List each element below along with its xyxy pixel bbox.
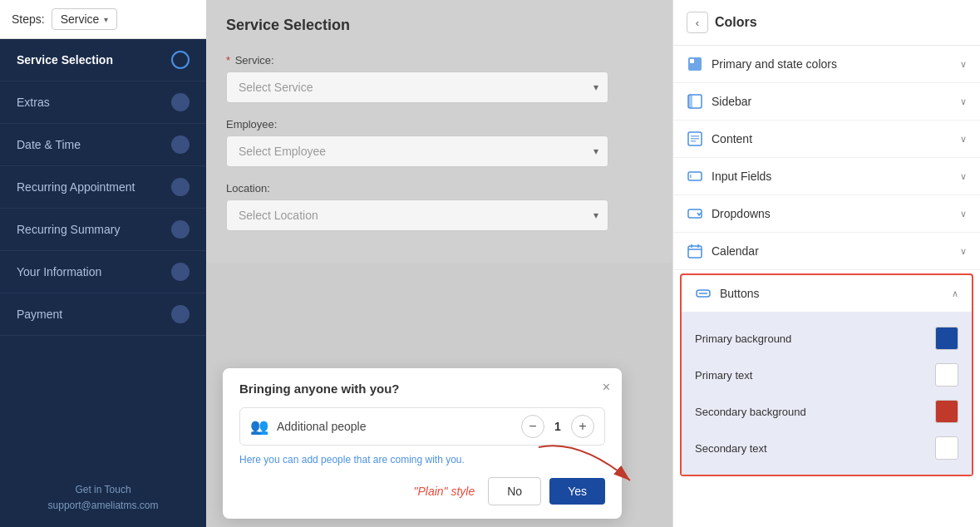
color-section-content: Content ∨ xyxy=(673,121,980,158)
main-content-wrapper: Service Selection * Service: Select Serv… xyxy=(206,0,672,527)
secondary-text-swatch[interactable] xyxy=(935,436,958,460)
buttons-section-chevron: ∧ xyxy=(952,288,958,299)
location-select[interactable]: Select Location xyxy=(226,199,608,231)
people-icon: 👥 xyxy=(250,417,268,436)
color-section-input-header[interactable]: Input Fields ∨ xyxy=(673,158,980,195)
sidebar-nav: Service Selection Extras Date & Time Rec… xyxy=(0,39,206,469)
people-row: 👥 Additional people − 1 + xyxy=(239,407,605,446)
sidebar-item-payment[interactable]: Payment xyxy=(0,293,206,336)
sidebar-item-label: Payment xyxy=(17,308,62,321)
svg-rect-4 xyxy=(688,95,692,108)
content-section-chevron: ∨ xyxy=(960,134,967,145)
color-section-calendar: Calendar ∨ xyxy=(673,233,980,270)
employee-label: Employee: xyxy=(226,118,653,131)
counter-value: 1 xyxy=(551,420,564,433)
svg-rect-8 xyxy=(691,140,696,142)
secondary-bg-label: Secondary background xyxy=(695,406,806,418)
content-section-icon xyxy=(687,131,703,147)
increment-button[interactable]: + xyxy=(571,415,594,438)
yes-button[interactable]: Yes xyxy=(549,478,605,505)
step-indicator-recurring xyxy=(171,178,190,196)
service-form-group: * Service: Select Service ▾ xyxy=(226,54,653,103)
color-section-dropdowns: Dropdowns ∨ xyxy=(673,195,980,233)
service-select[interactable]: Select Service xyxy=(226,71,608,103)
buttons-expanded-content: Primary background Primary text Secondar… xyxy=(682,312,972,475)
primary-bg-swatch[interactable] xyxy=(935,327,958,350)
color-section-calendar-header[interactable]: Calendar ∨ xyxy=(673,233,980,269)
color-section-input-fields: Input Fields ∨ xyxy=(673,158,980,195)
sidebar-item-label: Extras xyxy=(17,96,50,109)
content-area: Service Selection * Service: Select Serv… xyxy=(206,0,672,527)
primary-text-swatch[interactable] xyxy=(935,363,958,387)
steps-label: Steps: xyxy=(12,12,45,26)
service-panel-title: Service Selection xyxy=(226,17,653,34)
input-section-icon xyxy=(687,168,703,185)
color-row-primary-bg: Primary background xyxy=(695,320,958,357)
color-section-content-header[interactable]: Content ∨ xyxy=(673,121,980,157)
color-section-sidebar-header[interactable]: Sidebar ∨ xyxy=(673,83,980,120)
service-required: * xyxy=(226,54,230,66)
sidebar-item-date-time[interactable]: Date & Time xyxy=(0,124,206,166)
svg-rect-2 xyxy=(690,59,694,63)
sidebar-item-your-information[interactable]: Your Information xyxy=(0,251,206,293)
sidebar-item-extras[interactable]: Extras xyxy=(0,81,206,124)
sidebar-item-label: Your Information xyxy=(17,265,101,278)
sidebar-item-label: Date & Time xyxy=(17,138,81,151)
svg-rect-12 xyxy=(688,246,702,258)
back-button[interactable]: ‹ xyxy=(687,12,708,33)
colors-panel: ‹ Colors Primary and state colors ∨ Side… xyxy=(672,0,980,527)
service-label-text: Service: xyxy=(235,54,274,66)
footer-line2: support@ameliatms.com xyxy=(17,498,190,514)
step-indicator-extras xyxy=(171,93,190,111)
color-row-primary-text: Primary text xyxy=(695,357,958,393)
sidebar-item-service-selection[interactable]: Service Selection xyxy=(0,39,206,81)
employee-form-group: Employee: Select Employee ▾ xyxy=(226,118,653,167)
popup-area: Bringing anyone with you? × 👥 Additional… xyxy=(214,368,672,527)
primary-section-chevron: ∨ xyxy=(960,59,967,70)
service-select-wrapper: Select Service ▾ xyxy=(226,71,608,103)
steps-dropdown[interactable]: Service ▾ xyxy=(52,8,118,30)
color-section-buttons: Buttons ∧ Primary background Primary tex… xyxy=(680,273,973,476)
color-row-secondary-bg: Secondary background xyxy=(695,393,958,430)
buttons-section-icon xyxy=(695,285,712,302)
primary-section-icon xyxy=(687,56,703,72)
primary-section-label: Primary and state colors xyxy=(712,57,837,71)
popup-close-button[interactable]: × xyxy=(603,380,610,395)
step-indicator-date-time xyxy=(171,135,190,154)
popup-title: Bringing anyone with you? xyxy=(239,382,605,396)
sidebar-footer: Get in Touch support@ameliatms.com xyxy=(0,469,206,527)
secondary-bg-swatch[interactable] xyxy=(935,400,958,423)
no-button[interactable]: No xyxy=(488,477,541,505)
decrement-button[interactable]: − xyxy=(521,415,544,438)
left-sidebar: Steps: Service ▾ Service Selection Extra… xyxy=(0,0,206,527)
sidebar-item-recurring-appointment[interactable]: Recurring Appointment xyxy=(0,166,206,209)
dropdowns-section-label: Dropdowns xyxy=(712,207,771,220)
step-indicator-recurring-summary xyxy=(171,220,190,239)
content-section-label: Content xyxy=(712,132,752,145)
calendar-section-icon xyxy=(687,243,703,259)
primary-text-label: Primary text xyxy=(695,369,752,382)
service-label: * Service: xyxy=(226,54,653,66)
people-label: Additional people xyxy=(277,420,513,433)
service-selection-panel: Service Selection * Service: Select Serv… xyxy=(206,0,672,263)
color-section-sidebar: Sidebar ∨ xyxy=(673,83,980,121)
sidebar-section-chevron: ∨ xyxy=(960,96,967,107)
popup-hint: Here you can add people that are coming … xyxy=(239,454,605,465)
sidebar-section-icon xyxy=(687,93,703,110)
steps-current-value: Service xyxy=(61,12,100,26)
input-section-chevron: ∨ xyxy=(960,171,967,182)
employee-select[interactable]: Select Employee xyxy=(226,135,608,167)
colors-panel-title: Colors xyxy=(715,15,757,30)
svg-rect-10 xyxy=(690,175,692,178)
sidebar-item-recurring-summary[interactable]: Recurring Summary xyxy=(0,209,206,251)
popup-footer: "Plain" style No Yes xyxy=(239,477,605,505)
buttons-section-header[interactable]: Buttons ∧ xyxy=(682,275,972,312)
dropdowns-section-icon xyxy=(687,205,703,222)
color-section-dropdowns-header[interactable]: Dropdowns ∨ xyxy=(673,195,980,232)
buttons-section-label: Buttons xyxy=(720,287,759,300)
chevron-down-icon: ▾ xyxy=(104,15,108,24)
color-section-primary-header[interactable]: Primary and state colors ∨ xyxy=(673,46,980,82)
step-indicator-your-info xyxy=(171,263,190,281)
color-row-secondary-text: Secondary text xyxy=(695,430,958,466)
input-section-label: Input Fields xyxy=(712,170,771,183)
